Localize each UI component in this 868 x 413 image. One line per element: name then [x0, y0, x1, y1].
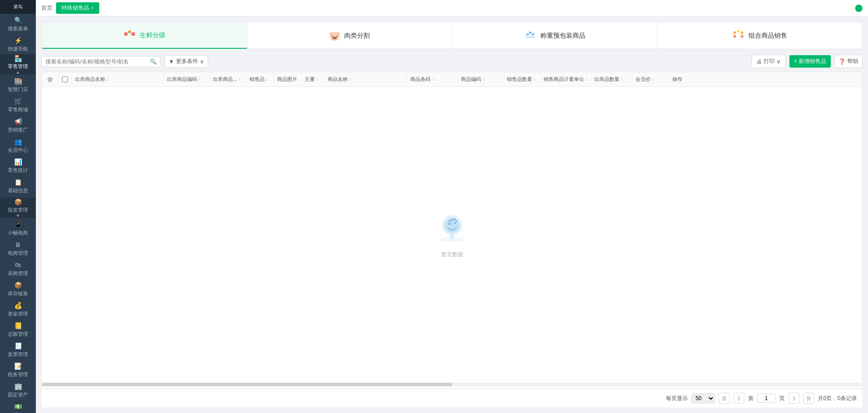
sort-icon-goods-name[interactable]: ↕	[349, 77, 352, 81]
content-area: 生鲜分级 🐷 肉类分割 称重预包装商品	[36, 17, 868, 413]
th-goods-code[interactable]: 商品编码 ↕	[458, 72, 504, 86]
sidebar-item-tax[interactable]: 📝 税务管理	[0, 360, 36, 380]
tab-weigh-pack[interactable]: 称重预包装商品	[452, 23, 658, 49]
filter-icon: ▼	[169, 58, 174, 65]
search-input[interactable]	[45, 58, 150, 65]
total-text: 共0页，0条记录	[818, 395, 857, 402]
sidebar-item-ecom[interactable]: 🖥 电商管理	[0, 238, 36, 258]
sidebar-item-retail-mall[interactable]: 🛒 零售商城	[0, 95, 36, 115]
toolbar-right: 🖨 打印 ∨ + 新增销售品 ❓ 帮助	[751, 55, 862, 68]
th-barcode[interactable]: 商品条码 ↕	[408, 72, 458, 86]
sidebar-item-mini-shop[interactable]: 📱 小畅电商	[0, 218, 36, 238]
mini-shop-icon: 📱	[14, 220, 22, 229]
th-out-name[interactable]: 出库商品名称 ↕	[72, 72, 164, 86]
sidebar-item-fixed-assets[interactable]: 🏢 固定资产	[0, 380, 36, 400]
last-page-button[interactable]: ⟩⟩	[803, 393, 814, 404]
meat-cut-icon: 🐷	[329, 30, 340, 41]
sidebar-item-salary[interactable]: 💵 工资	[0, 400, 36, 413]
tab-combo-sale[interactable]: 组合商品销售	[658, 23, 862, 49]
sidebar-item-wholesale[interactable]: 📦 批发管理 ▼	[0, 198, 36, 218]
th-member-price[interactable]: 会员价 ↕	[633, 72, 669, 86]
sort-icon-out-code[interactable]: ↕	[199, 77, 201, 81]
sort-icon-unit[interactable]: ↕	[585, 77, 588, 81]
per-page-select[interactable]: 50 10 20 100	[692, 393, 715, 403]
main-area: 首页 特殊销售品 × 生鲜分级	[36, 0, 868, 413]
sort-icon-out-qty[interactable]: ↕	[621, 77, 623, 81]
category-tabs: 生鲜分级 🐷 肉类分割 称重预包装商品	[41, 22, 862, 49]
active-tab[interactable]: 特殊销售品 ×	[56, 2, 99, 14]
print-button[interactable]: 🖨 打印 ∨	[751, 55, 786, 68]
basic-info-icon: 📋	[14, 178, 22, 186]
sort-icon-member-price[interactable]: ↕	[652, 77, 654, 81]
th-out-qty[interactable]: 出库品数量 ↕	[591, 72, 633, 86]
tab-meat-cut[interactable]: 🐷 肉类分割	[247, 23, 453, 49]
tab-fresh-grade-label: 生鲜分级	[140, 31, 165, 40]
sidebar-item-quick-nav[interactable]: ⚡ 快捷导航	[0, 34, 36, 54]
sidebar-item-search-menu[interactable]: 🔍 搜索菜单	[0, 14, 36, 34]
sidebar-item-marketing[interactable]: 📢 营销推广	[0, 115, 36, 135]
filter-button[interactable]: ▼ 更多条件 ∨	[165, 55, 208, 68]
sidebar-item-member[interactable]: 👥 会员中心	[0, 135, 36, 155]
sidebar: 菜鸟 🔍 搜索菜单 ⚡ 快捷导航 🏪 零售管理 ▲ 🏬 智慧门店 🛒 零售商城 …	[0, 0, 36, 413]
sort-icon-sale[interactable]: ↕	[266, 77, 268, 81]
sidebar-item-invoice[interactable]: 🧾 发票管理	[0, 339, 36, 360]
th-settings[interactable]	[42, 72, 58, 86]
search-icon[interactable]: 🔍	[150, 58, 157, 65]
sidebar-item-inventory[interactable]: 📦 库存核算	[0, 279, 36, 299]
select-all-checkbox[interactable]	[62, 76, 68, 82]
marketing-icon: 📢	[14, 117, 22, 126]
th-sale[interactable]: 销售品 ↕	[247, 72, 274, 86]
sort-icon-out-name[interactable]: ↕	[107, 77, 109, 81]
table-container: 出库商品名称 ↕ 出库商品编码 ↕ 出库商品... ↕ 销售品 ↕ 商品图片	[41, 72, 862, 389]
sort-icon-main[interactable]: ↕	[316, 77, 318, 81]
quick-nav-icon: ⚡	[14, 36, 22, 45]
th-out-code[interactable]: 出库商品编码 ↕	[164, 72, 210, 86]
filter-chevron: ∨	[200, 58, 204, 65]
add-button[interactable]: + 新增销售品	[789, 55, 831, 68]
sidebar-item-retail-mgmt[interactable]: 🏪 零售管理 ▲	[0, 54, 36, 75]
th-unit[interactable]: 销售商品计量单位 ↕	[541, 72, 591, 86]
sidebar-item-purchase[interactable]: 🛍 采购管理	[0, 258, 36, 279]
sort-icon-barcode[interactable]: ↕	[432, 77, 434, 81]
weigh-pack-icon	[524, 29, 537, 42]
retail-mall-icon: 🛒	[14, 97, 22, 105]
th-img[interactable]: 商品图片	[274, 72, 302, 86]
svg-point-11	[733, 31, 736, 34]
sidebar-item-basic-info[interactable]: 📋 基础信息	[0, 176, 36, 196]
svg-point-13	[741, 31, 743, 34]
help-button[interactable]: ❓ 帮助	[834, 55, 862, 68]
tab-meat-cut-label: 肉类分割	[344, 32, 370, 40]
table-header: 出库商品名称 ↕ 出库商品编码 ↕ 出库商品... ↕ 销售品 ↕ 商品图片	[42, 72, 862, 87]
horizontal-scrollbar[interactable]	[42, 383, 862, 386]
th-goods-name[interactable]: 商品名称 ↕	[325, 72, 408, 86]
prev-page-button[interactable]: ⟨	[733, 393, 744, 404]
smart-store-icon: 🏬	[14, 77, 22, 85]
user-avatar[interactable]	[855, 5, 862, 12]
th-checkbox[interactable]	[58, 72, 72, 86]
sidebar-item-retail-stats[interactable]: 📊 零售统计	[0, 155, 36, 176]
sort-icon-sale-qty[interactable]: ↕	[533, 77, 536, 81]
th-sale-qty[interactable]: 销售品数量 ↕	[504, 72, 541, 86]
page-input[interactable]	[757, 394, 776, 403]
search-box[interactable]: 🔍	[41, 56, 161, 67]
home-link[interactable]: 首页	[41, 4, 52, 12]
pagination: 每页显示 50 10 20 100 ⟨⟨ ⟨ 第 页 ⟩ ⟩⟩ 共0页，0条记录	[41, 389, 862, 407]
combo-sale-icon	[732, 29, 745, 42]
next-page-button[interactable]: ⟩	[789, 393, 800, 404]
tab-fresh-grade[interactable]: 生鲜分级	[42, 23, 247, 49]
sidebar-item-smart-store[interactable]: 🏬 智慧门店	[0, 75, 36, 95]
topbar-right	[855, 5, 862, 12]
finance-icon: 💰	[14, 301, 22, 310]
th-out-spec[interactable]: 出库商品... ↕	[210, 72, 247, 86]
sidebar-item-finance[interactable]: 💰 资金管理	[0, 299, 36, 319]
sort-icon-out-spec[interactable]: ↕	[238, 77, 241, 81]
svg-point-20	[448, 223, 451, 225]
sort-icon-goods-code[interactable]: ↕	[482, 77, 485, 81]
scrollbar-thumb[interactable]	[42, 383, 452, 386]
first-page-button[interactable]: ⟨⟨	[719, 393, 730, 404]
sidebar-item-ledger[interactable]: 📒 总账管理	[0, 319, 36, 339]
tab-close-icon[interactable]: ×	[91, 6, 94, 11]
th-main[interactable]: 主重 ↕	[302, 72, 325, 86]
inventory-icon: 📦	[14, 281, 22, 289]
svg-point-16	[49, 78, 51, 80]
